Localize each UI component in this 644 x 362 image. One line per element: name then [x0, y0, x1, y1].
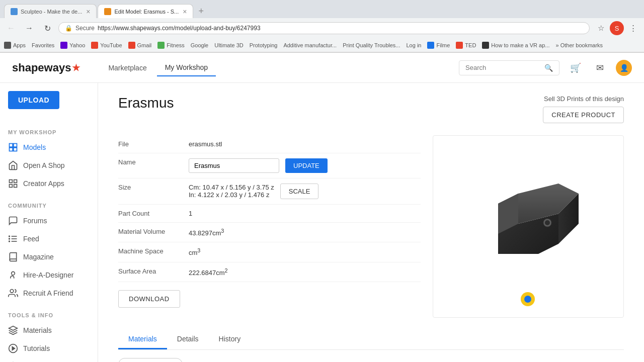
bookmark-more[interactable]: » Other bookmarks — [556, 42, 603, 48]
bookmark-fitness[interactable]: Fitness — [157, 42, 184, 49]
tab-title-2: Edit Model: Erasmus - S... — [114, 9, 179, 15]
download-row: DOWNLOAD — [118, 290, 421, 318]
sidebar-item-feed[interactable]: Feed — [0, 230, 98, 248]
tab-favicon-1 — [11, 8, 18, 15]
size-row: Size Cm: 10.47 x / 5.156 y / 3.75 z In: … — [118, 178, 421, 205]
create-product-button[interactable]: CREATE PRODUCT — [543, 107, 624, 123]
sidebar-item-materials[interactable]: Materials — [0, 321, 98, 339]
sidebar-item-hire-designer[interactable]: Hire-A-Designer — [0, 266, 98, 284]
fitness-icon — [157, 42, 165, 49]
scale-button[interactable]: SCALE — [280, 184, 319, 199]
address-bar[interactable]: 🔒 Secure https://www.shapeways.com/model… — [58, 22, 590, 34]
loading-inner-dot — [524, 296, 531, 303]
tab-close-1[interactable]: × — [86, 8, 90, 16]
sidebar-label-materials: Materials — [23, 326, 52, 334]
name-row: Name UPDATE — [118, 153, 421, 178]
loading-outer-dot — [521, 292, 535, 306]
main-content: Erasmus Sell 3D Prints of this design CR… — [98, 83, 644, 362]
user-avatar[interactable]: 👤 — [616, 60, 632, 76]
file-row: File erasmus.stl — [118, 135, 421, 153]
sidebar-item-help[interactable]: Help Center — [0, 357, 98, 362]
filme-icon — [427, 42, 434, 49]
name-input[interactable] — [189, 158, 279, 173]
sidebar-label-open-shop: Open A Shop — [23, 161, 65, 169]
sidebar-item-recruit-friend[interactable]: Recruit A Friend — [0, 284, 98, 302]
bookmark-favorites[interactable]: Favorites — [32, 42, 54, 48]
search-input[interactable] — [465, 64, 540, 71]
site-logo[interactable]: shapeways★ — [12, 61, 80, 74]
chip-acrylic-plastic[interactable]: Acrylic Plastic (Detail Plastic) — [404, 358, 496, 362]
tab-history[interactable]: History — [209, 330, 251, 349]
show-all-materials-chip[interactable]: Show All Materials — [118, 358, 183, 362]
tab-materials[interactable]: Materials — [118, 330, 167, 349]
sidebar-section-title-tools: TOOLS & INFO — [0, 306, 98, 321]
bookmark-filme[interactable]: Filme — [427, 42, 450, 49]
sidebar-item-tutorials[interactable]: Tutorials — [0, 339, 98, 357]
svg-marker-16 — [9, 326, 18, 330]
nav-my-workshop[interactable]: My Workshop — [157, 59, 216, 76]
download-button[interactable]: DOWNLOAD — [118, 290, 180, 308]
sidebar-item-open-shop[interactable]: Open A Shop — [0, 156, 98, 174]
search-icon: 🔍 — [544, 64, 553, 72]
tab-close-2[interactable]: × — [183, 8, 187, 16]
bookmark-ted[interactable]: TED — [456, 42, 476, 49]
bookmark-ultimate3d[interactable]: Ultimate 3D — [214, 42, 243, 48]
sidebar-item-forums[interactable]: Forums — [0, 212, 98, 230]
material-volume-value: 43.8297cm3 — [189, 228, 224, 237]
svg-point-11 — [9, 236, 10, 237]
main-nav: Marketplace My Workshop — [100, 59, 216, 76]
chip-metallic-plastic[interactable]: Metallic Plastic — [270, 358, 324, 362]
mail-icon[interactable]: ✉ — [592, 60, 608, 76]
menu-icon[interactable]: ⋮ — [626, 21, 640, 35]
page-title: Erasmus — [118, 95, 174, 111]
update-button[interactable]: UPDATE — [285, 158, 328, 173]
refresh-button[interactable]: ↻ — [40, 21, 54, 35]
size-cm: Cm: 10.47 x / 5.156 y / 3.75 z — [189, 184, 274, 191]
browser-tab-new[interactable]: + — [194, 4, 208, 18]
nav-marketplace[interactable]: Marketplace — [100, 60, 154, 76]
chip-stainless-steel[interactable]: Stainless Steel — [500, 358, 553, 362]
bookmark-yahoo[interactable]: Yahoo — [60, 42, 85, 49]
browser-tab-1[interactable]: Sculpteo - Make the de... × — [4, 4, 97, 18]
bookmark-prototyping[interactable]: Prototyping — [250, 42, 278, 48]
size-label: Size — [118, 184, 189, 191]
tab-details[interactable]: Details — [167, 330, 209, 349]
sidebar-item-creator-apps[interactable]: Creator Apps — [0, 174, 98, 193]
bookmark-vr[interactable]: How to make a VR ap... — [482, 42, 549, 49]
store-icon — [8, 160, 18, 170]
loading-indicator — [521, 292, 536, 307]
sidebar-label-forums: Forums — [23, 217, 47, 225]
bookmark-icon[interactable]: ☆ — [594, 21, 608, 35]
search-box[interactable]: 🔍 — [459, 60, 559, 75]
profile-icon[interactable]: S — [610, 21, 624, 35]
svg-rect-2 — [10, 148, 13, 151]
bookmark-apps[interactable]: Apps — [4, 42, 26, 49]
sidebar-item-models[interactable]: Models — [0, 138, 98, 156]
page-wrapper: UPLOAD MY WORKSHOP Models Open A Shop Cr… — [0, 83, 644, 362]
svg-rect-1 — [14, 144, 17, 147]
bookmark-youtube[interactable]: YouTube — [91, 42, 122, 49]
site-header: shapeways★ Marketplace My Workshop 🔍 🛒 ✉… — [0, 53, 644, 83]
svg-rect-5 — [14, 180, 17, 183]
sidebar-item-magazine[interactable]: Magazine — [0, 248, 98, 266]
forward-button[interactable]: → — [22, 21, 36, 35]
sidebar-section-title-workshop: MY WORKSHOP — [0, 123, 98, 138]
machine-space-row: Machine Space cm3 — [118, 242, 421, 262]
chip-precious-metal[interactable]: Precious Metal — [557, 358, 611, 362]
surface-area-row: Surface Area 222.6847cm2 — [118, 262, 421, 282]
bookmark-login[interactable]: Log in — [406, 42, 421, 48]
back-button[interactable]: ← — [4, 21, 18, 35]
browser-tab-2[interactable]: Edit Model: Erasmus - S... × — [98, 4, 193, 18]
bookmark-print[interactable]: Print Quality Troubles... — [343, 42, 400, 48]
part-count-label: Part Count — [118, 210, 189, 217]
bookmarks-bar: Apps Favorites Yahoo YouTube Gmail Fitne… — [0, 38, 644, 52]
gmail-icon — [128, 42, 135, 49]
bookmark-additive[interactable]: Additive manufactur... — [283, 42, 337, 48]
bookmark-gmail[interactable]: Gmail — [128, 42, 152, 49]
chip-strong-flexible[interactable]: Strong & Flexible Plastic — [187, 358, 266, 362]
bookmark-google[interactable]: Google — [191, 42, 208, 48]
upload-button[interactable]: UPLOAD — [8, 91, 59, 109]
chip-frosted-detail[interactable]: Frosted Detail Plastic — [328, 358, 399, 362]
size-in: In: 4.122 x / 2.03 y / 1.476 z — [189, 191, 274, 199]
cart-icon[interactable]: 🛒 — [568, 60, 584, 76]
